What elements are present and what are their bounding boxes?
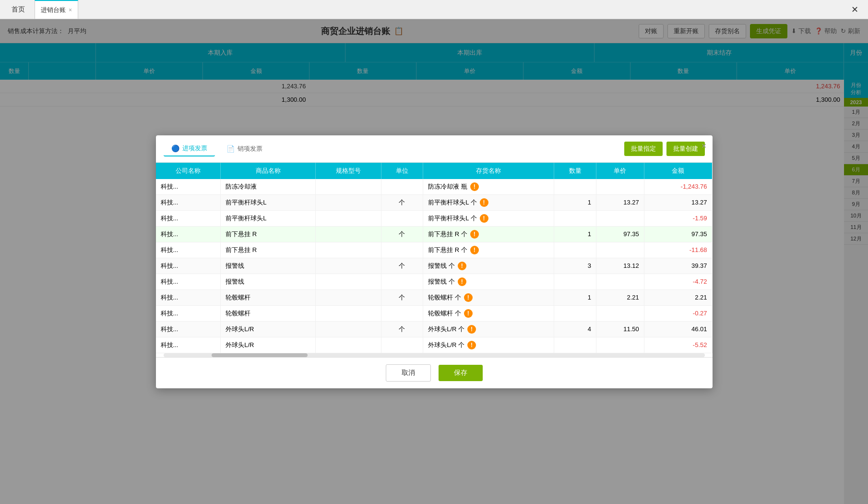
table-cell (316, 210, 381, 226)
table-cell: 科技... (156, 321, 221, 337)
tab-home[interactable]: 首页 (4, 0, 33, 19)
table-row[interactable]: 科技...外球头L/R外球头L/R 个!-5.52 (156, 337, 713, 353)
col-unit: 单位 (381, 163, 423, 179)
table-cell (554, 242, 596, 258)
incoming-icon: 🔵 (171, 144, 179, 152)
table-cell: 轮毂螺杆 个! (423, 289, 554, 305)
horizontal-scrollbar[interactable] (164, 353, 705, 357)
table-cell: -0.27 (644, 305, 712, 321)
table-cell (554, 337, 596, 353)
table-cell: 轮毂螺杆 (221, 305, 316, 321)
table-cell (554, 179, 596, 195)
table-cell: 前平衡杆球头L (221, 210, 316, 226)
scrollbar-thumb[interactable] (212, 353, 308, 357)
table-cell: 外球头L/R (221, 321, 316, 337)
batch-assign-button[interactable]: 批量指定 (624, 142, 663, 156)
table-cell: 13.27 (644, 194, 712, 210)
table-cell: 外球头L/R 个! (423, 337, 554, 353)
table-cell (596, 210, 644, 226)
table-cell: 前下悬挂 R (221, 242, 316, 258)
table-cell (381, 274, 423, 289)
warning-icon: ! (458, 262, 466, 270)
table-cell (596, 305, 644, 321)
table-cell (596, 337, 644, 353)
table-cell: 39.37 (644, 258, 712, 274)
table-cell: 报警线 (221, 258, 316, 274)
table-cell: -1.59 (644, 210, 712, 226)
table-header-row: 公司名称 商品名称 规格型号 单位 存货名称 数量 单价 金额 (156, 163, 713, 179)
table-cell (316, 274, 381, 289)
cancel-button[interactable]: 取消 (386, 364, 431, 382)
table-cell (554, 210, 596, 226)
table-cell: 11.50 (596, 321, 644, 337)
batch-create-button[interactable]: 批量创建 (666, 142, 705, 156)
table-cell (316, 258, 381, 274)
table-cell: -4.72 (644, 274, 712, 289)
modal-header: 🔵 进项发票 📄 销项发票 批量指定 批量创建 × (156, 135, 713, 163)
tab-outgoing-invoice[interactable]: 📄 销项发票 (219, 142, 270, 156)
outgoing-icon: 📄 (226, 145, 235, 153)
table-cell: 4 (554, 321, 596, 337)
table-cell: 前平衡杆球头L 个! (423, 210, 554, 226)
warning-icon: ! (470, 246, 479, 254)
table-row[interactable]: 科技...轮毂螺杆个轮毂螺杆 个!12.212.21 (156, 289, 713, 305)
table-cell: 科技... (156, 337, 221, 353)
table-row[interactable]: 科技...前下悬挂 R个前下悬挂 R 个!197.3597.35 (156, 226, 713, 242)
table-cell: 轮毂螺杆 (221, 289, 316, 305)
table-row[interactable]: 科技...防冻冷却液防冻冷却液 瓶!-1,243.76 (156, 179, 713, 195)
table-cell (381, 179, 423, 195)
table-cell: 科技... (156, 226, 221, 242)
table-row[interactable]: 科技...报警线个报警线 个!313.1239.37 (156, 258, 713, 274)
table-cell (316, 337, 381, 353)
table-cell: 个 (381, 194, 423, 210)
table-cell: -5.52 (644, 337, 712, 353)
table-cell: 科技... (156, 305, 221, 321)
table-cell: 97.35 (596, 226, 644, 242)
table-cell: 前下悬挂 R (221, 226, 316, 242)
table-cell: 1 (554, 289, 596, 305)
table-cell: 科技... (156, 194, 221, 210)
table-cell: 报警线 (221, 274, 316, 289)
table-row[interactable]: 科技...外球头L/R个外球头L/R 个!411.5046.01 (156, 321, 713, 337)
table-cell (316, 194, 381, 210)
warning-icon: ! (480, 214, 488, 223)
table-cell: 报警线 个! (423, 258, 554, 274)
table-row[interactable]: 科技...前下悬挂 R前下悬挂 R 个!-11.68 (156, 242, 713, 258)
table-cell: 前平衡杆球头L (221, 194, 316, 210)
tab-close-icon[interactable]: × (69, 7, 72, 13)
table-cell: 报警线 个! (423, 274, 554, 289)
table-cell: 外球头L/R 个! (423, 321, 554, 337)
modal-footer: 取消 保存 (156, 357, 713, 388)
table-row[interactable]: 科技...报警线报警线 个!-4.72 (156, 274, 713, 289)
table-cell: 前平衡杆球头L 个! (423, 194, 554, 210)
table-cell: 97.35 (644, 226, 712, 242)
table-row[interactable]: 科技...前平衡杆球头L前平衡杆球头L 个!-1.59 (156, 210, 713, 226)
table-cell (316, 305, 381, 321)
tab-active[interactable]: 进销台账 × (35, 0, 78, 19)
table-row[interactable]: 科技...前平衡杆球头L个前平衡杆球头L 个!113.2713.27 (156, 194, 713, 210)
col-company: 公司名称 (156, 163, 221, 179)
tab-incoming-invoice[interactable]: 🔵 进项发票 (164, 141, 215, 156)
modal-table: 公司名称 商品名称 规格型号 单位 存货名称 数量 单价 金额 科技...防冻冷… (156, 163, 713, 353)
table-cell: 个 (381, 226, 423, 242)
save-button[interactable]: 保存 (439, 365, 483, 381)
warning-icon: ! (467, 325, 476, 334)
main-area: 销售成本计算方法： 月平均 商贸企业进销台账 📋 对账 重新开账 存货别名 生成… (0, 19, 868, 504)
col-unit-price: 单价 (596, 163, 644, 179)
table-cell: -11.68 (644, 242, 712, 258)
table-row[interactable]: 科技...轮毂螺杆轮毂螺杆 个!-0.27 (156, 305, 713, 321)
table-cell (554, 305, 596, 321)
warning-icon: ! (470, 230, 479, 239)
window-close-button[interactable]: ✕ (845, 0, 864, 19)
table-cell: 科技... (156, 289, 221, 305)
warning-icon: ! (464, 309, 473, 318)
table-cell (316, 289, 381, 305)
table-cell (316, 179, 381, 195)
table-cell (554, 274, 596, 289)
modal-close-button[interactable]: × (702, 141, 707, 151)
warning-icon: ! (458, 277, 466, 286)
table-cell: 3 (554, 258, 596, 274)
modal-overlay: 🔵 进项发票 📄 销项发票 批量指定 批量创建 × (0, 19, 868, 504)
table-cell: 个 (381, 321, 423, 337)
table-cell: 13.27 (596, 194, 644, 210)
